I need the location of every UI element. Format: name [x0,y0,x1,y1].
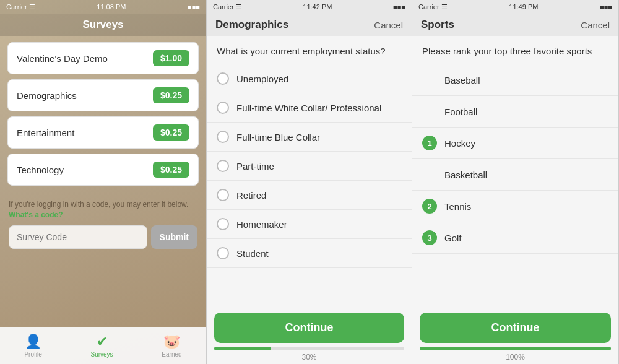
survey-row[interactable]: Valentine's Day Demo$1.00 [7,42,199,74]
sports-progress-fill [420,347,611,350]
option-label: Homemaker [236,219,287,230]
status-bar-3: Carrier ☰ 11:49 PM ■■■ [412,0,618,14]
tab-surveys[interactable]: ✔ Surveys [90,334,113,358]
sport-item[interactable]: Baseball [412,64,618,96]
demo-progress-fill [214,347,271,350]
tab-profile-label: Profile [24,351,41,358]
survey-label: Entertainment [17,128,74,138]
carrier-2: Carrier ☰ [213,3,242,11]
sport-name: Baseball [444,75,480,85]
survey-price: $0.25 [153,87,189,103]
submit-button[interactable]: Submit [151,225,197,249]
sport-name: Basketball [444,170,487,180]
battery-2: ■■■ [393,3,405,11]
survey-row[interactable]: Demographics$0.25 [7,79,199,111]
code-prompt: If you're logging in with a code, you ma… [9,199,197,220]
panel-surveys: Carrier ☰ 11:08 PM ■■■ Surveys Valentine… [0,0,206,364]
option-label: Unemployed [236,74,288,84]
sport-name: Tennis [444,201,471,212]
sports-cancel[interactable]: Cancel [581,20,610,30]
radio-circle [217,102,229,114]
radio-circle [217,247,229,259]
tab-bar: 👤 Profile ✔ Surveys 🐷 Earned [0,327,206,364]
sports-progress-bar [420,347,611,350]
rank-badge: 2 [422,199,437,214]
radio-circle [217,189,229,201]
surveys-title: Surveys [5,19,201,31]
status-bar-2: Carrier ☰ 11:42 PM ■■■ [207,0,412,14]
tab-surveys-label: Surveys [90,351,113,358]
sports-progress-label: 100% [412,353,618,362]
sports-title: Sports [421,19,454,31]
sport-item[interactable]: 1Hockey [412,128,618,159]
survey-price: $0.25 [153,162,189,178]
survey-price: $1.00 [153,50,189,66]
radio-circle [217,218,229,230]
sport-name: Hockey [444,138,475,149]
option-label: Part-time [236,161,274,171]
rank-badge: 3 [422,230,437,245]
demographics-cancel[interactable]: Cancel [374,20,403,30]
option-label: Retired [236,190,266,201]
time-2: 11:42 PM [303,3,332,11]
radio-circle [217,160,229,172]
radio-circle [217,72,229,85]
code-link[interactable]: What's a code? [9,210,63,219]
sports-continue-button[interactable]: Continue [420,313,611,343]
earned-icon: 🐷 [163,334,180,350]
survey-row[interactable]: Technology$0.25 [7,154,199,186]
employment-option[interactable]: Student [207,239,412,268]
code-input-row: Submit [9,225,197,249]
sport-item[interactable]: Football [412,96,618,128]
demo-progress-label: 30% [207,353,412,362]
survey-label: Technology [17,165,64,175]
employment-option[interactable]: Part-time [207,152,412,181]
time-3: 11:49 PM [509,3,538,11]
tab-profile[interactable]: 👤 Profile [24,334,41,358]
surveys-icon: ✔ [97,334,108,350]
tab-earned[interactable]: 🐷 Earned [162,334,181,358]
demographics-question: What is your current employment status? [207,36,412,64]
employment-option[interactable]: Full-time Blue Collar [207,123,412,152]
rank-badge: 1 [422,136,437,150]
option-label: Full-time Blue Collar [236,132,320,142]
sport-item[interactable]: 2Tennis [412,191,618,222]
sport-item[interactable]: 3Golf [412,222,618,254]
rank-placeholder [422,167,437,182]
employment-option[interactable]: Full-time White Collar/ Professional [207,93,412,123]
employment-option[interactable]: Retired [207,181,412,210]
survey-label: Demographics [17,90,77,101]
surveys-list: Valentine's Day Demo$1.00Demographics$0.… [0,36,206,192]
employment-option[interactable]: Unemployed [207,64,412,93]
tab-earned-label: Earned [162,351,181,358]
radio-circle [217,131,229,143]
panel-sports: Carrier ☰ 11:49 PM ■■■ Sports Cancel Ple… [412,0,618,364]
survey-code-input[interactable] [9,225,147,249]
employment-options: UnemployedFull-time White Collar/ Profes… [207,64,412,305]
battery-3: ■■■ [600,3,612,11]
battery-1: ■■■ [188,3,200,11]
carrier-1: Carrier ☰ [6,3,35,11]
demo-continue-button[interactable]: Continue [214,313,404,343]
sport-name: Golf [444,233,462,243]
demographics-title: Demographics [215,19,288,31]
surveys-header: Surveys [0,14,206,36]
employment-option[interactable]: Homemaker [207,210,412,239]
status-bar-1: Carrier ☰ 11:08 PM ■■■ [0,0,206,14]
survey-price: $0.25 [153,124,189,141]
sports-options: BaseballFootball1HockeyBasketball2Tennis… [412,64,618,305]
survey-label: Valentine's Day Demo [17,53,108,64]
sport-name: Football [444,106,477,117]
code-section: If you're logging in with a code, you ma… [0,192,206,255]
profile-icon: 👤 [25,334,41,350]
option-label: Student [236,248,269,259]
demographics-nav: Demographics Cancel [207,14,412,36]
sports-question: Please rank your top three favorite spor… [412,36,618,64]
carrier-3: Carrier ☰ [418,3,448,11]
rank-placeholder [422,104,437,119]
sports-nav: Sports Cancel [412,14,618,36]
option-label: Full-time White Collar/ Professional [236,103,381,113]
time-1: 11:08 PM [97,3,126,11]
sport-item[interactable]: Basketball [412,159,618,191]
survey-row[interactable]: Entertainment$0.25 [7,116,199,149]
